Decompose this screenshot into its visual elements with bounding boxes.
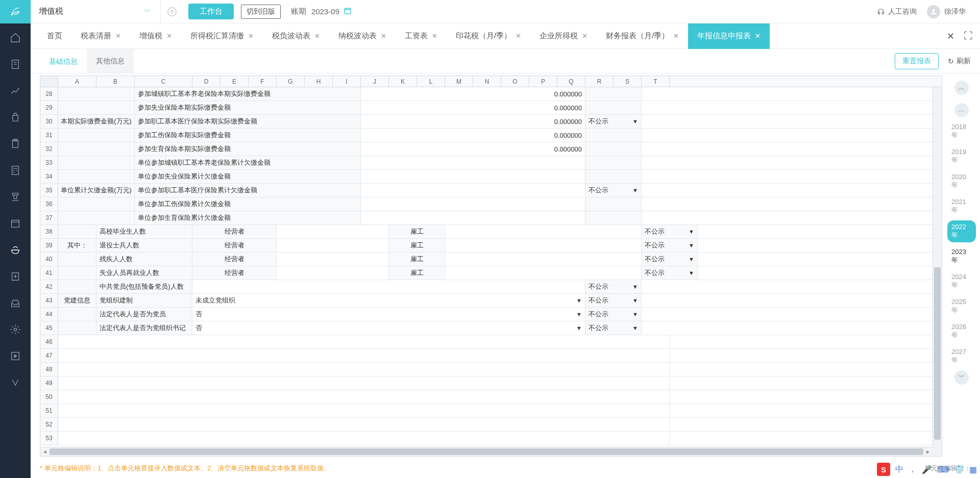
cell[interactable] <box>361 211 585 224</box>
section-label-cell[interactable]: 党建信息 <box>58 294 96 307</box>
cell[interactable] <box>445 239 642 252</box>
cell[interactable]: 失业人员再就业人数 <box>96 266 192 280</box>
cell[interactable]: 单位参加失业保险累计欠缴金额 <box>135 170 361 183</box>
row-number[interactable]: 30 <box>40 115 58 128</box>
refresh-button[interactable]: ↻ 刷新 <box>948 57 971 66</box>
cell[interactable]: 中共党员(包括预备党员)人数 <box>96 280 192 293</box>
close-icon[interactable]: ✕ <box>314 32 320 40</box>
disclosure-cell[interactable] <box>585 142 642 156</box>
section-label-cell[interactable] <box>58 197 135 211</box>
column-header-cell[interactable]: H <box>305 76 333 87</box>
row-number[interactable]: 33 <box>40 156 58 169</box>
cell[interactable]: 退役士兵人数 <box>96 239 192 252</box>
cell[interactable]: 不公示▼ <box>585 321 642 335</box>
column-header-cell[interactable]: C <box>135 76 192 87</box>
column-header-cell[interactable]: T <box>642 76 670 87</box>
year-item[interactable]: 2022年 <box>947 220 976 242</box>
cell[interactable]: 经营者 <box>192 239 277 252</box>
row-number[interactable]: 47 <box>40 349 58 362</box>
dropdown-icon[interactable]: ▼ <box>632 187 638 193</box>
row-number[interactable]: 48 <box>40 363 58 376</box>
sub-tab-basic[interactable]: 基础信息 <box>40 49 87 73</box>
cell[interactable] <box>58 363 670 376</box>
column-header-cell[interactable]: S <box>614 76 642 87</box>
row-number[interactable]: 51 <box>40 404 58 417</box>
nav-v-icon[interactable] <box>8 375 22 390</box>
nav-inbox-icon[interactable] <box>8 296 22 310</box>
cell[interactable]: 单位参加生育保险累计欠缴金额 <box>135 211 361 224</box>
close-icon[interactable]: ✕ <box>166 32 172 40</box>
row-number[interactable]: 50 <box>40 390 58 404</box>
column-header-cell[interactable]: N <box>473 76 501 87</box>
nav-home-icon[interactable] <box>8 31 22 45</box>
tab-item[interactable]: 印花税（月/季）✕ <box>447 23 530 49</box>
row-number[interactable]: 28 <box>40 87 58 100</box>
close-icon[interactable]: ✕ <box>248 32 254 40</box>
row-number[interactable]: 29 <box>40 101 58 114</box>
cell[interactable] <box>361 156 585 169</box>
column-header-cell[interactable]: G <box>277 76 305 87</box>
section-label-cell[interactable] <box>58 280 96 293</box>
tab-item[interactable]: 年报信息申报表✕ <box>688 23 770 49</box>
row-number[interactable]: 40 <box>40 253 58 266</box>
cell[interactable] <box>58 349 670 362</box>
cell[interactable] <box>445 253 642 266</box>
disclosure-cell[interactable] <box>585 197 642 211</box>
cell[interactable] <box>58 432 670 445</box>
row-number[interactable]: 37 <box>40 211 58 224</box>
period-value[interactable]: 2023-09 <box>311 7 339 16</box>
disclosure-cell[interactable]: 不公示▼ <box>585 184 642 197</box>
dropdown-icon[interactable]: ▼ <box>632 325 638 331</box>
nav-clipboard-icon[interactable] <box>8 137 22 151</box>
cell[interactable]: 不公示▼ <box>642 266 698 280</box>
section-label-cell[interactable] <box>58 266 96 280</box>
cell[interactable]: 经营者 <box>192 225 277 238</box>
nav-doc-icon[interactable] <box>8 57 22 71</box>
cell[interactable]: 法定代表人是否为党组织书记 <box>96 321 192 335</box>
cell[interactable]: 不公示▼ <box>585 308 642 321</box>
workbench-button[interactable]: 工作台 <box>188 4 234 19</box>
row-number[interactable]: 44 <box>40 308 58 321</box>
dropdown-icon[interactable]: ▼ <box>689 256 694 262</box>
column-header-cell[interactable]: O <box>501 76 529 87</box>
section-label-cell[interactable]: 本期实际缴费金额(万元) <box>58 115 135 128</box>
consult-button[interactable]: 人工咨询 <box>877 7 917 16</box>
section-label-cell[interactable] <box>58 308 96 321</box>
cell[interactable]: 单位参加城镇职工基本养老保险累计欠缴金额 <box>135 156 361 169</box>
dropdown-icon[interactable]: ▼ <box>576 311 582 317</box>
ime-skin-icon[interactable]: 👕 <box>954 465 964 474</box>
switch-old-button[interactable]: 切到旧版 <box>241 5 281 19</box>
column-header-cell[interactable]: E <box>220 76 249 87</box>
section-label-cell[interactable] <box>58 170 135 183</box>
year-item[interactable]: 2026年 <box>947 320 976 342</box>
nav-calc-icon[interactable] <box>8 163 22 178</box>
year-item[interactable]: 2021年 <box>947 195 976 217</box>
column-header-cell[interactable]: J <box>361 76 389 87</box>
grid-body[interactable]: 28参加城镇职工基本养老保险本期实际缴费金额0.00000029参加失业保险本期… <box>40 87 933 447</box>
column-header-cell[interactable]: M <box>445 76 473 87</box>
nav-play-icon[interactable] <box>8 349 22 363</box>
dropdown-icon[interactable]: ▼ <box>689 229 694 235</box>
cell[interactable]: 高校毕业生人数 <box>96 225 192 238</box>
nav-bowl-icon[interactable] <box>8 243 22 257</box>
ime-mic-icon[interactable]: 🎤 <box>922 465 932 474</box>
tab-item[interactable]: 税表清册✕ <box>71 23 130 49</box>
nav-gear-icon[interactable] <box>8 322 22 337</box>
row-number[interactable]: 35 <box>40 184 58 197</box>
horizontal-scrollbar[interactable]: ◄ ► <box>40 447 933 456</box>
column-header-cell[interactable]: D <box>192 76 220 87</box>
close-icon[interactable]: ✕ <box>432 32 437 40</box>
year-item[interactable]: 2019年 <box>947 145 976 167</box>
year-up-icon[interactable]: ︽ <box>954 81 969 95</box>
cell[interactable]: 残疾人人数 <box>96 253 192 266</box>
column-header-cell[interactable]: P <box>529 76 557 87</box>
cell[interactable] <box>277 253 389 266</box>
row-number[interactable]: 43 <box>40 294 58 307</box>
dropdown-icon[interactable]: ▼ <box>689 242 694 248</box>
cell[interactable]: 0.000000 <box>361 115 585 128</box>
year-item[interactable]: 2020年 <box>947 170 976 192</box>
section-label-cell[interactable] <box>58 156 135 169</box>
cell[interactable] <box>58 335 670 348</box>
sub-tab-other[interactable]: 其他信息 <box>87 49 134 73</box>
user-block[interactable]: 徐泽华 <box>927 5 966 18</box>
